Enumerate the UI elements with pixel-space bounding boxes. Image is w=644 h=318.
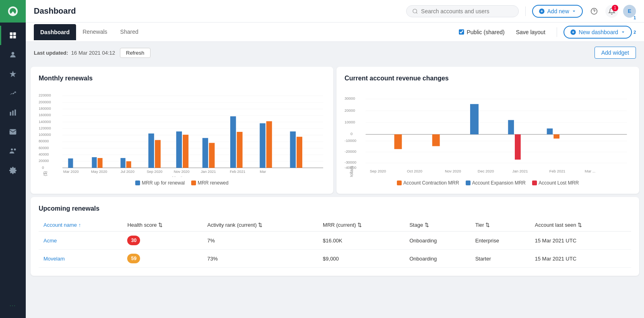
svg-text:May 2020: May 2020 bbox=[91, 170, 107, 174]
svg-rect-3 bbox=[13, 36, 16, 39]
chart2-svg: 30000 20000 10000 0 -10000 -20000 -30000… bbox=[345, 88, 631, 177]
svg-rect-0 bbox=[10, 33, 13, 35]
legend-mrr-renewed: MRR renewed bbox=[191, 180, 229, 186]
save-layout-button[interactable]: Save layout bbox=[511, 27, 550, 38]
sidebar-item-accounts[interactable] bbox=[0, 45, 26, 64]
table-title: Upcoming renewals bbox=[39, 205, 631, 212]
plus-circle-icon-2 bbox=[570, 29, 576, 35]
svg-text:0: 0 bbox=[351, 131, 353, 136]
legend-dot-expansion bbox=[466, 181, 471, 185]
tier-movelam: Starter bbox=[471, 250, 530, 268]
new-dashboard-button[interactable]: New dashboard bbox=[564, 26, 632, 39]
svg-rect-60 bbox=[266, 121, 272, 168]
svg-point-11 bbox=[413, 9, 417, 13]
svg-rect-61 bbox=[290, 131, 296, 168]
svg-rect-51 bbox=[149, 133, 154, 168]
legend-dot-contraction bbox=[397, 181, 402, 185]
legend-contraction: Account Contraction MRR bbox=[397, 180, 459, 186]
col-activity-rank[interactable]: Activity rank (current) ⇅ bbox=[202, 219, 318, 232]
svg-rect-5 bbox=[10, 112, 11, 115]
subheader-right: Public (shared) Save layout New dashboar… bbox=[459, 26, 632, 39]
legend-expansion: Account Expansion MRR bbox=[466, 180, 526, 186]
svg-text:180000: 180000 bbox=[39, 107, 51, 111]
step-indicators: 1 2 bbox=[634, 30, 636, 35]
chart1-title: Monthly renewals bbox=[39, 75, 325, 82]
table-header: Account name ↑ Health score ⇅ Activity r… bbox=[39, 219, 631, 232]
subheader-divider bbox=[557, 27, 557, 37]
svg-rect-55 bbox=[202, 138, 208, 168]
tier-acme: Enterprise bbox=[471, 232, 530, 250]
svg-rect-54 bbox=[183, 135, 188, 168]
tab-dashboard[interactable]: Dashboard bbox=[34, 24, 76, 40]
activity-rank-acme: 7% bbox=[202, 232, 318, 250]
sidebar-item-settings[interactable] bbox=[0, 161, 26, 180]
legend-mrr-renewal: MRR up for renewal bbox=[135, 180, 185, 186]
tab-shared[interactable]: Shared bbox=[114, 24, 145, 41]
svg-rect-52 bbox=[155, 140, 161, 168]
search-bar[interactable] bbox=[406, 5, 519, 17]
table-row: Acme 30 7% $16.00K Onboarding Enterprise… bbox=[39, 232, 631, 250]
public-shared-checkbox[interactable] bbox=[459, 29, 464, 35]
svg-text:Jul 2020: Jul 2020 bbox=[120, 170, 134, 174]
stage-acme: Onboarding bbox=[405, 232, 471, 250]
tab-renewals[interactable]: Renewals bbox=[76, 24, 114, 41]
sidebar-item-reports[interactable] bbox=[0, 103, 26, 122]
search-input[interactable] bbox=[421, 8, 512, 14]
search-icon bbox=[412, 8, 418, 14]
legend-dot-orange bbox=[191, 181, 196, 185]
last-seen-acme: 15 Mar 2021 UTC bbox=[530, 232, 631, 250]
col-tier[interactable]: Tier ⇅ bbox=[471, 219, 530, 232]
svg-text:Month: Month bbox=[172, 176, 184, 177]
col-health-score[interactable]: Health score ⇅ bbox=[122, 219, 202, 232]
add-new-button[interactable]: Add new bbox=[532, 5, 583, 18]
chart1-container: 220000 200000 180000 160000 140000 12000… bbox=[39, 88, 325, 177]
svg-rect-56 bbox=[209, 143, 215, 168]
svg-text:-30000: -30000 bbox=[345, 160, 356, 164]
sidebar-nav bbox=[0, 23, 26, 300]
table-row: Movelam 59 73% $9,000 Onboarding Starter… bbox=[39, 250, 631, 268]
legend-dot-lost bbox=[532, 181, 537, 185]
svg-text:Month: Month bbox=[482, 176, 493, 177]
svg-text:Mar: Mar bbox=[260, 170, 266, 174]
svg-text:Feb 2021: Feb 2021 bbox=[549, 169, 566, 173]
revenue-changes-widget: Current account revenue changes 30000 20… bbox=[336, 67, 639, 194]
notifications-button[interactable]: 1 bbox=[605, 5, 618, 18]
svg-text:160000: 160000 bbox=[39, 113, 51, 117]
monthly-renewals-widget: Monthly renewals 220000 200000 180000 16… bbox=[31, 67, 333, 194]
svg-text:Oct 2020: Oct 2020 bbox=[407, 169, 422, 173]
svg-rect-50 bbox=[126, 161, 131, 168]
svg-line-12 bbox=[416, 12, 417, 13]
legend-lost: Account Lost MRR bbox=[532, 180, 579, 186]
account-name-acme[interactable]: Acme bbox=[39, 232, 122, 250]
mrr-movelam: $9,000 bbox=[318, 250, 405, 268]
sidebar-item-success[interactable] bbox=[0, 64, 26, 84]
account-name-movelam[interactable]: Movelam bbox=[39, 250, 122, 268]
help-button[interactable] bbox=[588, 5, 601, 18]
col-account-name[interactable]: Account name ↑ bbox=[39, 219, 122, 232]
sidebar-item-dashboard[interactable] bbox=[0, 26, 26, 45]
add-widget-button[interactable]: Add widget bbox=[594, 47, 636, 59]
public-shared-toggle[interactable]: Public (shared) bbox=[459, 29, 504, 35]
svg-text:100000: 100000 bbox=[39, 133, 51, 137]
svg-text:Jan 2021: Jan 2021 bbox=[512, 169, 528, 173]
health-badge-movelam: 59 bbox=[127, 254, 140, 263]
svg-rect-47 bbox=[92, 157, 97, 168]
svg-text:Dollars: Dollars bbox=[349, 166, 354, 177]
col-stage[interactable]: Stage ⇅ bbox=[405, 219, 471, 232]
sidebar-item-analytics[interactable] bbox=[0, 84, 26, 103]
refresh-button[interactable]: Refresh bbox=[120, 48, 151, 58]
svg-rect-46 bbox=[68, 158, 73, 168]
sidebar-item-mail[interactable] bbox=[0, 122, 26, 142]
svg-text:200000: 200000 bbox=[39, 100, 51, 104]
subheader: Dashboard Renewals Shared Public (shared… bbox=[26, 23, 644, 42]
renewals-table: Account name ↑ Health score ⇅ Activity r… bbox=[39, 219, 631, 268]
svg-point-9 bbox=[14, 148, 16, 150]
col-last-seen[interactable]: Account last seen ⇅ bbox=[530, 219, 631, 232]
svg-rect-48 bbox=[97, 158, 102, 168]
svg-rect-7 bbox=[14, 110, 16, 116]
sidebar-item-users[interactable] bbox=[0, 142, 26, 161]
topbar: Dashboard Add new bbox=[26, 0, 644, 23]
col-mrr[interactable]: MRR (current) ⇅ bbox=[318, 219, 405, 232]
svg-text:80000: 80000 bbox=[39, 139, 49, 143]
app-logo[interactable] bbox=[0, 0, 26, 23]
